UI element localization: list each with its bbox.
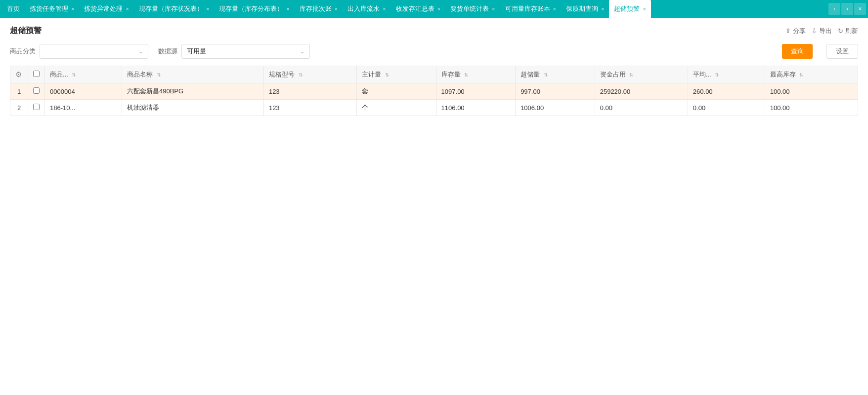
close-icon-active[interactable]: × — [643, 6, 646, 12]
row-product-name-0: 六配套新昌490BPG — [122, 83, 263, 100]
category-filter-label: 商品分类 — [10, 47, 36, 56]
row-overstock-0: 997.00 — [516, 83, 595, 100]
close-icon-9[interactable]: × — [553, 6, 556, 12]
sort-icon-product-name[interactable]: ⇅ — [157, 72, 161, 78]
category-chevron-icon: ⌄ — [138, 48, 143, 55]
nav-label-2: 拣货异常处理 — [84, 4, 123, 13]
th-overstock: 超储量 ⇅ — [516, 66, 595, 83]
row-max-stock-0: 100.00 — [765, 83, 858, 100]
nav-item-home[interactable]: 首页 — [2, 0, 25, 18]
row-capital-1: 0.00 — [595, 100, 688, 116]
nav-item-1[interactable]: 拣货任务管理 × — [25, 0, 79, 18]
nav-arrows: ‹ › × — [828, 3, 866, 15]
export-label: 导出 — [819, 27, 832, 36]
close-icon-7[interactable]: × — [437, 6, 440, 12]
row-avg-0: 260.00 — [688, 83, 765, 100]
nav-label-1: 拣货任务管理 — [30, 4, 68, 13]
table-row: 2 186-10... 机油滤清器 123 个 1106.00 1006.00 … — [10, 100, 858, 116]
sort-icon-unit[interactable]: ⇅ — [385, 72, 389, 78]
nav-label-3: 现存量（库存状况表） — [139, 4, 203, 13]
export-button[interactable]: ⇩ 导出 — [812, 27, 832, 36]
nav-item-6[interactable]: 出入库流水 × — [343, 0, 391, 18]
data-table: ⚙ 商品... ⇅ 商品名称 ⇅ 规格型号 ⇅ 主计量 — [10, 66, 858, 116]
close-icon-6[interactable]: × — [383, 6, 386, 12]
share-icon: ⇧ — [785, 27, 791, 35]
row-unit-1: 个 — [357, 100, 436, 116]
th-product-code-label: 商品... — [50, 71, 68, 78]
close-icon-1[interactable]: × — [71, 6, 74, 12]
nav-item-active[interactable]: 超储预警 × — [609, 0, 651, 18]
th-stock-label: 库存量 — [441, 71, 461, 78]
category-select[interactable]: ⌄ — [40, 44, 148, 59]
nav-item-3[interactable]: 现存量（库存状况表） × — [134, 0, 214, 18]
table-row: 1 0000004 六配套新昌490BPG 123 套 1097.00 997.… — [10, 83, 858, 100]
close-icon-3[interactable]: × — [206, 6, 209, 12]
nav-item-5[interactable]: 库存批次账 × — [295, 0, 343, 18]
nav-next-button[interactable]: › — [841, 3, 853, 15]
nav-close-button[interactable]: × — [854, 3, 866, 15]
th-unit: 主计量 ⇅ — [357, 66, 436, 83]
settings-button[interactable]: 设置 — [826, 44, 858, 59]
row-checkbox-cell-0 — [28, 83, 45, 100]
select-all-checkbox[interactable] — [33, 71, 40, 77]
th-product-name-label: 商品名称 — [127, 71, 153, 78]
sort-icon-product-code[interactable]: ⇅ — [72, 72, 76, 78]
row-avg-1: 0.00 — [688, 100, 765, 116]
query-button[interactable]: 查询 — [782, 44, 813, 59]
row-checkbox-1[interactable] — [33, 104, 40, 110]
sort-icon-capital[interactable]: ⇅ — [629, 72, 633, 78]
th-avg: 平均... ⇅ — [688, 66, 765, 83]
nav-item-9[interactable]: 可用量库存账本 × — [500, 0, 561, 18]
nav-label-5: 库存批次账 — [300, 4, 332, 13]
close-icon-8[interactable]: × — [492, 6, 495, 12]
nav-item-4[interactable]: 现存量（库存分布表） × — [214, 0, 294, 18]
datasource-select-text: 可用量 — [187, 47, 206, 56]
nav-label-home: 首页 — [7, 4, 20, 13]
nav-label-4: 现存量（库存分布表） — [219, 4, 283, 13]
nav-item-8[interactable]: 要货单统计表 × — [445, 0, 500, 18]
row-checkbox-0[interactable] — [33, 87, 40, 94]
refresh-label: 刷新 — [845, 27, 858, 36]
filter-row: 商品分类 ⌄ 数据源 可用量 ⌄ 查询 设置 — [10, 44, 858, 59]
row-product-name-1: 机油滤清器 — [122, 100, 263, 116]
share-label: 分享 — [793, 27, 806, 36]
nav-label-6: 出入库流水 — [347, 4, 380, 13]
datasource-chevron-icon: ⌄ — [300, 48, 304, 55]
nav-item-2[interactable]: 拣货异常处理 × — [79, 0, 133, 18]
row-overstock-1: 1006.00 — [516, 100, 595, 116]
th-avg-label: 平均... — [693, 71, 711, 78]
sort-icon-avg[interactable]: ⇅ — [715, 72, 719, 78]
th-product-name: 商品名称 ⇅ — [122, 66, 263, 83]
nav-item-10[interactable]: 保质期查询 × — [561, 0, 609, 18]
header-actions: ⇧ 分享 ⇩ 导出 ↻ 刷新 — [785, 27, 858, 36]
th-spec: 规格型号 ⇅ — [263, 66, 356, 83]
row-stock-0: 1097.00 — [436, 83, 516, 100]
sort-icon-spec[interactable]: ⇅ — [299, 72, 303, 78]
close-icon-4[interactable]: × — [286, 6, 289, 12]
row-spec-0: 123 — [263, 83, 356, 100]
page-title: 超储预警 — [10, 26, 42, 36]
row-capital-0: 259220.00 — [595, 83, 688, 100]
sort-icon-stock[interactable]: ⇅ — [464, 72, 468, 78]
row-checkbox-cell-1 — [28, 100, 45, 116]
nav-bar: 首页 拣货任务管理 × 拣货异常处理 × 现存量（库存状况表） × 现存量（库存… — [0, 0, 868, 18]
th-capital-label: 资金占用 — [600, 71, 626, 78]
nav-item-7[interactable]: 收发存汇总表 × — [391, 0, 445, 18]
sort-icon-overstock[interactable]: ⇅ — [544, 72, 548, 78]
datasource-filter-group: 数据源 可用量 ⌄ — [158, 44, 310, 59]
th-product-code: 商品... ⇅ — [45, 66, 122, 83]
nav-prev-button[interactable]: ‹ — [828, 3, 840, 15]
nav-label-8: 要货单统计表 — [450, 4, 489, 13]
nav-label-10: 保质期查询 — [566, 4, 598, 13]
th-unit-label: 主计量 — [362, 71, 381, 78]
table-settings-icon[interactable]: ⚙ — [15, 70, 22, 79]
sort-icon-max-stock[interactable]: ⇅ — [799, 72, 803, 78]
th-gear: ⚙ — [10, 66, 28, 83]
th-checkbox — [28, 66, 45, 83]
share-button[interactable]: ⇧ 分享 — [785, 27, 806, 36]
refresh-button[interactable]: ↻ 刷新 — [838, 27, 858, 36]
close-icon-10[interactable]: × — [601, 6, 604, 12]
close-icon-5[interactable]: × — [335, 6, 338, 12]
close-icon-2[interactable]: × — [126, 6, 129, 12]
datasource-select[interactable]: 可用量 ⌄ — [181, 44, 310, 59]
